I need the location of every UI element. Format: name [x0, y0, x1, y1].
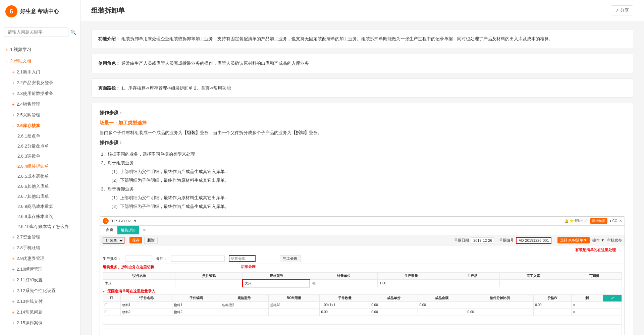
td-child-name-1: 物料1	[120, 301, 172, 309]
type-select[interactable]: 组装单 拆卸单	[103, 237, 124, 244]
bom-btn[interactable]: 选择BOM清单▼	[557, 237, 590, 243]
td-parent-spec[interactable]: 大床	[243, 280, 310, 287]
sidebar-item-s212[interactable]: + 2.12系统个性化设置	[7, 285, 80, 296]
sidebar-item-docs[interactable]: − 2.帮助文档	[0, 55, 80, 67]
plus-icon: +	[12, 310, 15, 315]
sidebar-item-s267[interactable]: 2.6.7其他出库单	[12, 191, 80, 202]
sidebar-item-s261[interactable]: 2.6.1盘点单	[12, 131, 80, 141]
role-block: 使用角色： 通常由生产人员或库管人员完成拆装业务的操作，库管人员确认原材料的出库…	[91, 54, 633, 73]
th-child-expand[interactable]: ⤢	[603, 294, 622, 301]
sidebar-item-s29[interactable]: + 2.9优惠券管理	[7, 253, 80, 264]
sidebar-item-s21-label: 2.1新手入门	[17, 69, 40, 75]
approve-btn[interactable]: 审核发布	[607, 238, 622, 242]
step3-sub2: （2）下部明细为子件明细，最终作为产成品生成其它入库单。	[101, 202, 625, 211]
sidebar-item-s25-label: 2.5采购管理	[17, 112, 40, 118]
toolbar-save-btn[interactable]: 保存	[129, 237, 142, 243]
sidebar-item-s26[interactable]: − 2.6库存核算	[7, 120, 80, 131]
sidebar-item-s2610[interactable]: 2.6.10库存账本错了怎么办	[12, 222, 80, 232]
sidebar-item-s27[interactable]: + 2.7资金管理	[7, 232, 80, 242]
plus-icon: +	[12, 321, 15, 326]
form-no-val[interactable]: AD-20191226-001	[516, 237, 551, 244]
td-parent-qty[interactable]: 1.00	[377, 280, 445, 287]
plus-icon: +	[12, 80, 15, 86]
step3-sub1: （1）上部明细为父件明细，最终作为原材料生成其它出库单；	[101, 193, 625, 202]
step2: 2、对于组装业务	[101, 159, 625, 167]
action-btn[interactable]: 操作 ▼	[592, 238, 604, 242]
sidebar-item-s211-label: 2.11打印设置	[17, 277, 43, 283]
role-label: 使用角色：	[98, 61, 120, 66]
step1: 1、根据不同的业务，选择不同单据的类型来处理	[101, 150, 625, 159]
form-date-label: 单据日期	[454, 238, 469, 243]
annotation1-arrow: ←	[618, 248, 622, 252]
nav-tab-assembly[interactable]: 组装拆卸	[117, 226, 139, 234]
share-button[interactable]: ↗ 分享	[611, 5, 633, 15]
sidebar-item-s21[interactable]: + 2.1新手入门	[7, 67, 80, 77]
sidebar-item-s211[interactable]: + 2.11打印设置	[7, 275, 80, 285]
td-child-del-1[interactable]: ✕	[571, 301, 603, 309]
nav-section-videos: + 1.视频学习	[0, 44, 80, 55]
td-child-expand-1[interactable]: ⋯	[603, 301, 622, 309]
sidebar-item-s214-label: 2.14常见问题	[17, 309, 43, 315]
sidebar-item-s264[interactable]: 2.6.4组装拆卸单	[12, 161, 80, 171]
enable-area: 启用处理	[229, 255, 256, 262]
plus-icon: +	[5, 47, 8, 52]
nav-tab-close[interactable]: ✕	[140, 226, 149, 234]
sidebar-item-s24[interactable]: + 2.4销售管理	[7, 99, 80, 110]
sidebar: 6 好生意 帮助中心 🔍 + 1.视频学习 − 2.帮助文档 + 2.1新手入门	[0, 0, 80, 335]
sidebar-item-s28[interactable]: + 2.8手机旺铺	[7, 242, 80, 253]
annotation4-row: ↙ 无固定清单可在这里批量录入	[100, 289, 625, 294]
sidebar-item-s262[interactable]: 2.6.2分量盘点单	[12, 141, 80, 151]
nav-tab-home[interactable]: 自页	[103, 226, 117, 235]
plus-icon: +	[12, 91, 15, 96]
warehouse-input[interactable]	[229, 255, 256, 262]
td-parent-unit: 张	[310, 280, 377, 287]
th-parent-spec: 规格型号	[243, 272, 310, 280]
app-close-icon[interactable]: ✕	[619, 219, 622, 223]
main-area: 组装拆卸单 ↗ 分享 功能介绍： 组装拆卸单用来处理企业组装或拆卸等加工业务，支…	[80, 0, 644, 335]
step-list: 1、根据不同的业务，选择不同单据的类型来处理 2、对于组装业务 （1）上部明细为…	[100, 150, 625, 211]
sidebar-item-s22[interactable]: + 2.2产品安装及登录	[7, 77, 80, 88]
path-label: 页面路径：	[98, 86, 120, 91]
sidebar-item-s23[interactable]: + 2.3使用前数据准备	[7, 88, 80, 99]
app-dropdown-icon[interactable]: ▼	[133, 219, 137, 223]
plus-icon: +	[12, 256, 15, 261]
search-input[interactable]	[4, 27, 68, 37]
th-child-price: 成品单价	[370, 294, 418, 301]
td-parent-main	[445, 280, 499, 287]
sidebar-item-s215[interactable]: + 2.15操作案例	[7, 318, 80, 328]
sidebar-item-s213[interactable]: + 2.13在线支付	[7, 296, 80, 307]
inline-bold-1: 【组装】	[182, 130, 200, 135]
th-child-code: 子件编码	[172, 294, 220, 301]
complete-btn[interactable]: 完工处理	[280, 255, 301, 262]
sidebar-item-s268[interactable]: 2.6.8商品成本重算	[12, 202, 80, 212]
annotation2-text: 组装业务、拆卸业务在这里切换	[103, 265, 154, 270]
sidebar-item-s265[interactable]: 2.6.5成本调整单	[12, 171, 80, 181]
sidebar-item-s214[interactable]: + 2.14常见问题	[7, 307, 80, 318]
form-date-val[interactable]: 2019-12-26	[471, 237, 494, 243]
annotation1-text: 有装配清单的在这里处理	[575, 248, 616, 252]
batch-input[interactable]	[125, 256, 152, 262]
step2-sub1: （1）上部明细为父件明细，最终作为产成品生成其它入库单；	[101, 167, 625, 176]
annotation4-text: 无固定清单可在这里批量录入	[107, 289, 155, 293]
toolbar-delete-btn[interactable]: 删除	[144, 237, 158, 244]
sidebar-item-s266[interactable]: 2.6.6其他入库单	[12, 181, 80, 191]
search-area[interactable]: 🔍	[0, 23, 80, 41]
sidebar-item-s27-label: 2.7资金管理	[17, 234, 40, 240]
td-child-select-1[interactable]: ☐	[103, 301, 121, 309]
sidebar-item-s210[interactable]: + 2.10经营管理	[7, 264, 80, 275]
app-new-btn[interactable]: 新增单据	[590, 218, 607, 224]
minus-icon: −	[5, 58, 8, 64]
memo-input[interactable]	[171, 256, 225, 262]
sidebar-item-s269[interactable]: 2.6.9库存账本查询	[12, 212, 80, 222]
scenario1-title: 场景一：加工类型选择	[100, 120, 625, 126]
td-child-code-1: 物料1	[172, 301, 220, 309]
sidebar-item-s263[interactable]: 2.6.3调拨单	[12, 151, 80, 161]
search-icon[interactable]: 🔍	[70, 30, 76, 35]
sidebar-item-s25[interactable]: + 2.5采购管理	[7, 110, 80, 120]
td-parent-name[interactable]: 木床	[103, 280, 175, 287]
td-child-qty-1[interactable]: 1.00+1=1	[320, 301, 370, 309]
nav-tree: + 1.视频学习 − 2.帮助文档 + 2.1新手入门 + 2.2产品安装及登录	[0, 41, 80, 335]
plus-icon: +	[12, 70, 15, 75]
table-row: ☐ 物料2 物料2 0.00 0.00 0.00 ✕	[103, 309, 622, 316]
sidebar-item-videos[interactable]: + 1.视频学习	[0, 44, 80, 55]
